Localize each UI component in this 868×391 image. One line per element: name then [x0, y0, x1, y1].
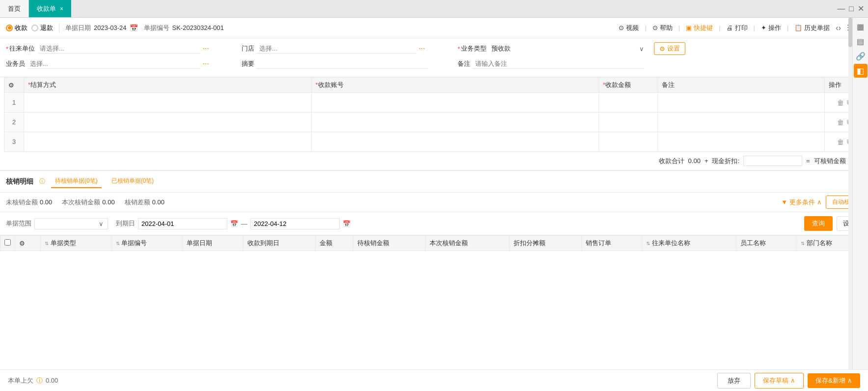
tab-receipt[interactable]: 收款单 × — [29, 0, 71, 17]
history-label: 历史单据 — [804, 24, 830, 32]
col-due-date-header: 收款到期日 — [243, 236, 315, 251]
store-more-icon[interactable]: ··· — [416, 44, 428, 53]
shortcut-btn[interactable]: ▣ 快捷键 — [686, 24, 713, 32]
date-range-dash: — — [241, 220, 247, 227]
window-maximize-icon[interactable]: □ — [849, 4, 854, 13]
save-draft-button[interactable]: 保存草稿 ∧ — [755, 373, 804, 389]
chevron-up-icon: ∧ — [817, 198, 822, 206]
settings-button[interactable]: ⚙ 设置 — [654, 42, 685, 55]
sort-icon2: ⇅ — [116, 241, 120, 246]
window-minimize-icon[interactable]: — — [837, 4, 845, 13]
sort-icon: ⇅ — [45, 241, 49, 246]
col-settings-header[interactable]: ⚙ — [4, 78, 24, 93]
current-recon-stat: 本次核销金额 0.00 — [62, 198, 114, 207]
save-new-label: 保存&新增 — [815, 376, 845, 385]
settlement-cell-2[interactable] — [24, 112, 312, 132]
col-pending-amount-header: 待核销金额 — [353, 236, 426, 251]
note-cell-1[interactable] — [658, 93, 825, 112]
amount-cell-1[interactable] — [599, 93, 658, 112]
col-settings-bottom-header[interactable]: ⚙ — [15, 236, 41, 251]
col-amount-header: 金额 — [316, 236, 353, 251]
calendar-icon[interactable]: 📅 — [130, 24, 138, 32]
receipt-radio[interactable]: 收款 — [6, 24, 27, 32]
discount-input[interactable] — [743, 156, 802, 166]
tab-home-label: 首页 — [8, 4, 21, 13]
history-btn[interactable]: 📋 历史单据 — [794, 24, 830, 32]
video-btn[interactable]: ⊙ 视频 — [619, 24, 639, 32]
abandon-button[interactable]: 放弃 — [717, 373, 751, 389]
delete-row-2-icon[interactable]: 🗑 — [837, 118, 844, 126]
scroll-thumb[interactable] — [848, 18, 852, 47]
amount-cell-3[interactable] — [599, 132, 658, 152]
counterpart-more-icon[interactable]: ··· — [200, 44, 212, 53]
next-arrow-icon[interactable]: › — [839, 24, 841, 32]
toolbar-right: ⊙ 视频 | ⊙ 帮助 | ▣ 快捷键 | 🖨 打印 | — [619, 23, 862, 32]
tab-home[interactable]: 首页 — [0, 0, 29, 17]
operate-label: 操作 — [768, 24, 781, 32]
date-label: 单据日期 — [65, 24, 91, 32]
form-row-1: * 往来单位 ··· 门店 ··· * 业务类型 预收款 — [6, 42, 862, 55]
recon-title: 核销明细 — [6, 177, 33, 186]
calendar-to-icon[interactable]: 📅 — [343, 220, 351, 227]
tab-pending[interactable]: 待核销单据(0笔) — [51, 175, 102, 188]
footer: 本单上欠 ⓘ 0.00 放弃 保存草稿 ∧ 保存&新增 ∧ — [0, 369, 868, 391]
save-new-button[interactable]: 保存&新增 ∧ — [808, 373, 860, 388]
salesperson-input[interactable] — [28, 59, 200, 69]
summary-input[interactable] — [257, 59, 428, 69]
sidebar-link-icon[interactable]: 🔗 — [854, 49, 868, 63]
select-all-checkbox[interactable] — [4, 239, 11, 246]
sidebar-panel-icon[interactable]: ◧ — [854, 64, 868, 78]
due-date-from-input[interactable] — [138, 218, 227, 229]
due-date-filter-field: 到期日 📅 — 📅 — [116, 218, 351, 229]
counterpart-label: 往来单位 — [9, 44, 38, 53]
store-input[interactable] — [257, 44, 416, 54]
more-conditions-btn[interactable]: ▼ 更多条件 ∧ — [781, 198, 822, 207]
help-btn[interactable]: ⊙ 帮助 — [652, 24, 673, 32]
range-filter-field: 单据范围 ∨ — [6, 218, 108, 229]
calendar-from-icon[interactable]: 📅 — [230, 220, 238, 227]
diff-label: 核销差额 — [125, 198, 150, 207]
table-row: 2 🗑 ⧉ — [4, 112, 864, 132]
total-label: 收款合计 — [659, 157, 684, 166]
amount-cell-2[interactable] — [599, 112, 658, 132]
note-input[interactable] — [473, 59, 644, 69]
due-date-to-input[interactable] — [250, 218, 340, 229]
print-btn[interactable]: 🖨 打印 — [727, 24, 748, 32]
account-cell-2[interactable] — [311, 112, 599, 132]
settlement-cell-3[interactable] — [24, 132, 312, 152]
delete-row-1-icon[interactable]: 🗑 — [837, 99, 844, 107]
note-cell-2[interactable] — [658, 112, 825, 132]
counterpart-input[interactable] — [38, 44, 200, 54]
settlement-cell-1[interactable] — [24, 93, 312, 112]
radio-group: 收款 退款 — [6, 24, 53, 32]
note-cell-3[interactable] — [658, 132, 825, 152]
sidebar-list-icon[interactable]: ▤ — [854, 34, 868, 48]
unreconciled-value: 0.00 — [40, 198, 52, 206]
footer-info-icon[interactable]: ⓘ — [36, 376, 43, 385]
filter-icon: ▼ — [781, 198, 787, 206]
refund-radio-circle — [31, 25, 38, 31]
range-label: 单据范围 — [6, 219, 31, 228]
tab-done[interactable]: 已核销单据(0笔) — [108, 175, 158, 188]
account-cell-3[interactable] — [311, 132, 599, 152]
tab-close-icon[interactable]: × — [60, 5, 63, 12]
account-cell-1[interactable] — [311, 93, 599, 112]
query-button[interactable]: 查询 — [804, 216, 833, 231]
operate-btn[interactable]: ✦ 操作 — [761, 24, 781, 32]
store-label: 门店 — [242, 44, 257, 53]
video-icon: ⊙ — [619, 24, 624, 31]
shortcut-icon: ▣ — [686, 24, 692, 31]
col-employee-name-header: 员工名称 — [736, 236, 797, 251]
dropdown-arrow-icon[interactable]: ∨ — [639, 45, 644, 53]
settings-icon: ⚙ — [8, 82, 14, 89]
window-close-icon[interactable]: ✕ — [858, 4, 864, 13]
history-icon: 📋 — [794, 24, 802, 31]
col-amount-header: *收款金额 — [599, 78, 658, 93]
refund-radio[interactable]: 退款 — [31, 24, 53, 32]
range-select[interactable]: ∨ — [34, 218, 108, 229]
recon-info-icon[interactable]: ⓘ — [39, 177, 45, 186]
sidebar-table-icon[interactable]: ▦ — [854, 20, 868, 33]
unreconciled-label: 未核销金额 — [6, 198, 38, 207]
salesperson-more-icon[interactable]: ··· — [200, 59, 212, 68]
delete-row-3-icon[interactable]: 🗑 — [837, 138, 844, 146]
